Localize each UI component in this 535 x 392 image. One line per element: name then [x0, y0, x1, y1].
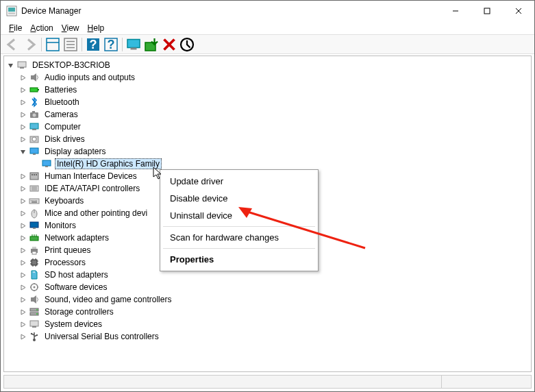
expand-toggle[interactable] — [18, 171, 27, 181]
properties-icon[interactable] — [62, 36, 79, 53]
svg-rect-18 — [131, 47, 137, 49]
svg-rect-57 — [33, 228, 36, 229]
expand-toggle[interactable] — [18, 245, 27, 255]
svg-rect-52 — [36, 200, 37, 201]
tree-category[interactable]: Audio inputs and outputs — [18, 71, 530, 84]
tree-category[interactable]: Storage controllers — [18, 306, 530, 318]
back-button — [4, 36, 21, 53]
expand-toggle[interactable] — [18, 97, 27, 107]
expand-toggle[interactable] — [18, 319, 27, 329]
menu-help[interactable]: Help — [84, 22, 109, 34]
svg-rect-41 — [34, 174, 35, 175]
battery-icon — [29, 84, 40, 95]
expand-toggle[interactable] — [18, 282, 27, 292]
svg-point-87 — [31, 333, 32, 334]
storage-icon — [29, 306, 40, 317]
sound-icon — [29, 294, 40, 305]
svg-rect-31 — [30, 123, 38, 129]
expand-toggle[interactable] — [18, 332, 27, 341]
tree-category-label: Network adapters — [42, 232, 111, 243]
tree-category[interactable]: Computer — [18, 121, 530, 133]
svg-point-81 — [36, 309, 38, 310]
svg-rect-65 — [32, 260, 37, 265]
help2-icon[interactable]: ? — [103, 36, 119, 53]
expand-toggle[interactable] — [18, 85, 27, 95]
system-icon — [29, 319, 40, 330]
svg-rect-84 — [32, 326, 36, 328]
tree-category-label: Cameras — [42, 109, 80, 120]
tree-category[interactable]: System devices — [18, 318, 530, 330]
svg-rect-53 — [32, 201, 37, 203]
tree-root[interactable]: DESKTOP-B3CRIOB — [5, 59, 530, 71]
context-menu-item[interactable]: Disable device — [160, 190, 318, 207]
tree-category[interactable]: Software devices — [18, 281, 530, 293]
audio-icon — [29, 72, 40, 83]
tree-category-label: SD host adapters — [42, 269, 110, 280]
svg-rect-56 — [30, 222, 38, 228]
sd-icon — [29, 269, 40, 280]
tree-device-label: Intel(R) HD Graphics Family — [55, 158, 162, 169]
tree-category[interactable]: Universal Serial Bus controllers — [18, 330, 530, 343]
update-driver-icon[interactable] — [143, 36, 160, 53]
svg-rect-74 — [33, 271, 34, 273]
expand-toggle[interactable] — [18, 208, 27, 218]
expand-toggle[interactable] — [18, 184, 27, 193]
menu-view[interactable]: View — [58, 22, 84, 34]
expand-toggle[interactable] — [18, 196, 27, 206]
svg-text:?: ? — [90, 38, 97, 51]
tree-category[interactable]: Cameras — [18, 108, 530, 121]
expand-toggle[interactable] — [18, 110, 27, 119]
close-button[interactable] — [503, 1, 534, 21]
expand-toggle[interactable] — [18, 258, 27, 267]
context-menu-item[interactable]: Scan for hardware changes — [160, 229, 318, 246]
svg-rect-26 — [30, 88, 38, 92]
tree-device[interactable]: Intel(R) HD Graphics Family — [30, 158, 530, 170]
context-menu-item[interactable]: Uninstall device — [160, 207, 318, 224]
expand-toggle[interactable] — [18, 73, 27, 82]
tree-category-label: Computer — [42, 121, 83, 132]
monitor-icon — [29, 220, 40, 231]
context-menu-separator — [163, 226, 315, 227]
svg-rect-39 — [30, 173, 38, 180]
expand-toggle[interactable] — [18, 295, 27, 304]
tree-category[interactable]: Sound, video and game controllers — [18, 293, 530, 306]
keyboard-icon — [29, 195, 40, 206]
expand-toggle[interactable] — [18, 307, 27, 317]
svg-point-34 — [32, 137, 36, 141]
cpu-icon — [29, 257, 40, 268]
svg-rect-17 — [127, 39, 140, 47]
show-hide-tree-icon[interactable] — [45, 36, 61, 53]
help-icon[interactable]: ? — [85, 36, 101, 53]
disable-icon[interactable] — [179, 36, 195, 53]
svg-rect-37 — [42, 160, 51, 166]
svg-rect-25 — [31, 75, 34, 79]
disk-icon — [29, 134, 40, 145]
svg-rect-40 — [32, 174, 33, 175]
tree-category[interactable]: Batteries — [18, 84, 530, 96]
tree-category[interactable]: Display adapters — [18, 145, 530, 158]
context-menu-item[interactable]: Properties — [160, 251, 318, 268]
expand-toggle[interactable] — [18, 122, 27, 132]
svg-rect-50 — [34, 200, 34, 201]
minimize-button[interactable] — [440, 1, 471, 21]
expand-toggle[interactable] — [18, 147, 27, 156]
svg-rect-83 — [30, 321, 38, 326]
tree-root-label: DESKTOP-B3CRIOB — [30, 60, 112, 71]
context-menu-item[interactable]: Update driver — [160, 173, 318, 190]
titlebar: Device Manager — [1, 1, 534, 21]
menu-action[interactable]: Action — [26, 22, 57, 34]
expand-toggle[interactable] — [18, 270, 27, 280]
expand-toggle[interactable] — [18, 221, 27, 230]
tree-category[interactable]: Bluetooth — [18, 96, 530, 108]
hid-icon — [29, 171, 40, 182]
window-title: Device Manager — [21, 6, 440, 16]
uninstall-icon[interactable] — [161, 36, 177, 53]
tree-category-label: Software devices — [42, 282, 109, 293]
tree-category[interactable]: Disk drives — [18, 133, 530, 145]
menu-file[interactable]: File — [5, 22, 26, 34]
expand-toggle[interactable] — [5, 60, 15, 70]
expand-toggle[interactable] — [18, 134, 27, 144]
maximize-button[interactable] — [471, 1, 503, 21]
scan-hardware-icon[interactable] — [125, 36, 142, 53]
expand-toggle[interactable] — [18, 233, 27, 243]
